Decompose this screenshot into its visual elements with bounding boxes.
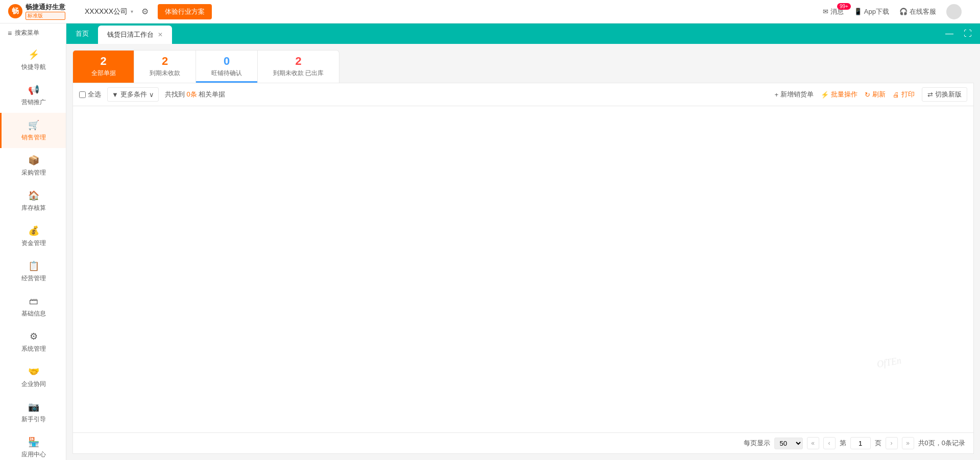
sidebar-basic-label: 基础信息 [21,309,46,318]
headset-icon: 🎧 [899,8,908,15]
tab-close-icon[interactable]: ✕ [158,31,163,38]
company-selector[interactable]: XXXXXX公司 ▾ [85,7,133,16]
sidebar-item-sales[interactable]: 🛒 销售管理 [0,113,66,148]
add-label: 新增销货单 [780,90,814,99]
sidebar-item-basic[interactable]: 🗃 基础信息 [0,289,66,324]
sidebar-item-guide[interactable]: 📷 新手引导 [0,395,66,430]
stat-tab-overdue[interactable]: 2 到期未收款 [134,51,196,83]
sidebar-item-app-center[interactable]: 🏪 应用中心 [0,430,66,460]
company-name: XXXXXX公司 [85,7,128,16]
stat-overdue-count: 2 [162,56,168,67]
sidebar-item-enterprise[interactable]: 🤝 企业协同 [0,359,66,395]
sidebar-purchase-label: 采购管理 [21,168,46,177]
switch-label: 切换新版 [935,90,962,99]
sidebar-finance-label: 资金管理 [21,239,46,248]
next-page-button[interactable]: › [886,437,898,449]
message-icon: ✉ [823,8,828,15]
trial-button[interactable]: 体验行业方案 [158,4,212,19]
select-all-checkbox[interactable]: 全选 [79,90,101,99]
tab-home-label: 首页 [76,29,89,38]
tab-bar-actions: — ⛶ [942,27,980,41]
print-label: 打印 [901,90,915,99]
total-info: 共0页，0条记录 [918,439,965,448]
search-icon: ≡ [8,29,12,37]
sidebar-system-label: 系统管理 [21,345,46,353]
sidebar-item-marketing[interactable]: 📢 营销推广 [0,78,66,113]
tab-minimize-button[interactable]: — [942,27,957,41]
chevron-filter-icon: ∨ [149,91,154,99]
sidebar-quick-nav-label: 快捷导航 [21,63,46,71]
settings-button[interactable]: ⚙ [137,4,153,19]
sidebar-inventory-label: 库存核算 [21,204,46,212]
sales-icon: 🛒 [28,119,40,131]
found-count: 0条 [187,90,197,98]
select-all-label: 全选 [88,90,101,99]
first-page-button[interactable]: « [807,437,819,449]
enterprise-icon: 🤝 [28,366,40,378]
checkbox-input[interactable] [79,91,86,98]
stat-pending-count: 0 [224,56,230,67]
stat-tab-shipped[interactable]: 2 到期未收款 已出库 [258,51,339,83]
sidebar-item-quick-nav[interactable]: ⚡ 快捷导航 [0,42,66,78]
message-button[interactable]: ✉ 消息 99+ [823,7,844,16]
sidebar-marketing-label: 营销推广 [21,98,46,107]
sidebar-search-label: 搜索菜单 [15,29,39,37]
logo-title: 畅捷通好生意 [26,3,65,12]
stat-pending-underline [196,81,257,83]
phone-icon: 📱 [854,8,862,15]
purchase-icon: 📦 [28,154,40,166]
sidebar: ≡ 搜索菜单 ⚡ 快捷导航 📢 营销推广 🛒 销售管理 📦 采购管理 🏠 库存核… [0,23,66,460]
app-center-icon: 🏪 [28,436,40,448]
logo-icon: 畅 [8,4,22,18]
tab-bar: 首页 钱货日清工作台 ✕ — ⛶ [66,23,980,44]
stat-tab-all[interactable]: 2 全部单据 [73,51,134,83]
main-layout: ≡ 搜索菜单 ⚡ 快捷导航 📢 营销推广 🛒 销售管理 📦 采购管理 🏠 库存核… [0,23,980,460]
tab-workbench[interactable]: 钱货日清工作台 ✕ [98,26,172,44]
stat-tab-pending[interactable]: 0 旺铺待确认 [196,51,258,83]
refresh-button[interactable]: ↻ 刷新 [865,90,886,99]
page-size-select[interactable]: 50 100 200 [774,438,803,449]
toolbar: 全选 ▼ 更多条件 ∨ 共找到 0条 相关单据 + 新增销货单 [72,83,974,106]
last-page-button[interactable]: » [902,437,914,449]
sidebar-item-operation[interactable]: 📋 经营管理 [0,254,66,289]
batch-operation-button[interactable]: ⚡ 批量操作 [821,90,857,99]
switch-version-button[interactable]: ⇄ 切换新版 [922,87,967,102]
online-service-button[interactable]: 🎧 在线客服 [899,7,936,16]
filter-button[interactable]: ▼ 更多条件 ∨ [107,87,159,102]
sidebar-item-search[interactable]: ≡ 搜索菜单 [0,23,66,42]
tab-maximize-button[interactable]: ⛶ [961,27,975,41]
page-suffix: 页 [875,439,881,448]
add-order-button[interactable]: + 新增销货单 [774,90,814,99]
system-icon: ⚙ [28,330,40,343]
found-suffix: 相关单据 [199,90,225,98]
sidebar-item-finance[interactable]: 💰 资金管理 [0,219,66,254]
sidebar-enterprise-label: 企业协同 [21,380,46,389]
logo-area: 畅 畅捷通好生意 标准版 [8,3,75,20]
found-text: 共找到 0条 相关单据 [165,90,225,99]
batch-label: 批量操作 [831,90,857,99]
app-download-button[interactable]: 📱 App下载 [854,7,889,16]
inventory-icon: 🏠 [28,189,40,202]
guide-icon: 📷 [28,401,40,413]
print-button[interactable]: 🖨 打印 [893,90,915,99]
page-content: 2 全部单据 2 到期未收款 0 旺铺待确认 2 到期未收款 已出库 [66,44,980,460]
online-service-label: 在线客服 [910,7,936,16]
table-area [72,106,974,433]
sidebar-item-inventory[interactable]: 🏠 库存核算 [0,183,66,219]
sidebar-item-purchase[interactable]: 📦 采购管理 [0,148,66,183]
app-download-label: App下载 [864,7,889,16]
message-badge: 99+ [837,3,851,10]
found-prefix: 共找到 [165,90,185,98]
sidebar-item-system[interactable]: ⚙ 系统管理 [0,324,66,359]
page-input[interactable] [850,437,871,449]
operation-icon: 📋 [28,260,40,272]
pagination-bar: 每页显示 50 100 200 « ‹ 第 页 › » 共0页，0条记录 [72,433,974,454]
header-right: ✉ 消息 99+ 📱 App下载 🎧 在线客服 [823,4,972,19]
stat-all-count: 2 [100,56,106,67]
prev-page-button[interactable]: ‹ [823,437,836,449]
tab-home[interactable]: 首页 [66,23,98,44]
logo-badge: 标准版 [26,12,65,20]
avatar[interactable] [946,4,962,19]
filter-label: 更多条件 [120,90,147,99]
tab-workbench-label: 钱货日清工作台 [107,30,154,39]
